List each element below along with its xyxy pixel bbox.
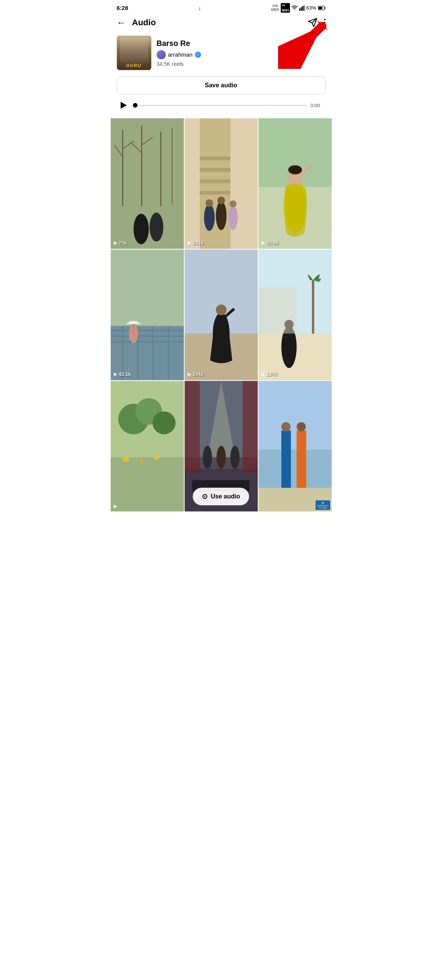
reels-count: 34.5K reels <box>157 61 326 67</box>
svg-point-88 <box>281 422 290 431</box>
dot <box>324 25 326 26</box>
video-thumb-5[interactable]: 334k <box>185 250 258 380</box>
video-thumb-8[interactable]: ⊙ Use audio <box>185 381 258 511</box>
play-icon-small <box>188 372 191 376</box>
svg-point-31 <box>228 205 237 230</box>
svg-rect-50 <box>168 326 169 381</box>
svg-rect-28 <box>200 191 230 194</box>
svg-point-69 <box>152 412 175 434</box>
svg-rect-16 <box>172 128 172 204</box>
dot <box>324 22 326 23</box>
use-audio-label: Use audio <box>211 493 240 500</box>
svg-rect-87 <box>296 431 306 488</box>
download-icon: ↓ <box>198 5 201 11</box>
verified-badge: ✓ <box>195 52 201 58</box>
svg-rect-24 <box>200 118 230 249</box>
video-bg <box>185 250 258 380</box>
artist-avatar <box>157 50 166 59</box>
svg-point-73 <box>154 455 159 460</box>
time-display: 0:00 <box>311 103 324 108</box>
progress-dot[interactable] <box>133 103 138 108</box>
svg-rect-15 <box>160 132 161 206</box>
svg-rect-46 <box>111 341 184 342</box>
wifi-icon <box>291 5 298 11</box>
player-bar: 0:00 <box>117 100 326 114</box>
status-right: 315 KB/S VoWiFi 63% <box>271 3 325 13</box>
svg-rect-26 <box>200 168 230 172</box>
play-icon-small <box>262 241 265 245</box>
artist-row: arrahman ✓ <box>157 50 326 59</box>
svg-point-34 <box>229 200 236 207</box>
video-visual <box>259 381 332 511</box>
video-thumb-1[interactable]: 75k <box>111 118 184 249</box>
svg-rect-0 <box>299 8 300 11</box>
svg-point-22 <box>149 212 163 242</box>
svg-rect-84 <box>259 381 332 450</box>
svg-rect-45 <box>111 335 184 336</box>
svg-rect-5 <box>324 7 325 9</box>
back-button[interactable]: ← <box>117 17 126 28</box>
video-thumb-6[interactable]: 137k <box>259 250 332 380</box>
svg-point-80 <box>216 446 226 469</box>
audio-info: GURU Barso Re arrahman ✓ 34.5K reels <box>117 36 326 70</box>
video-thumb-4[interactable]: 43.1k <box>111 250 184 380</box>
play-icon-small <box>114 505 117 508</box>
header: ← Audio <box>111 14 332 33</box>
svg-rect-2 <box>302 6 303 11</box>
svg-rect-13 <box>122 130 123 206</box>
svg-rect-86 <box>281 431 291 488</box>
play-icon <box>121 102 127 109</box>
svg-rect-3 <box>304 5 304 11</box>
video-visual <box>259 118 332 249</box>
song-title: Barso Re <box>157 39 326 48</box>
status-time: 6:28 <box>117 5 128 11</box>
video-thumb-9[interactable]: G GADGETSTO USE <box>259 381 332 511</box>
svg-rect-70 <box>111 457 184 512</box>
video-thumb-3[interactable]: 10.8k <box>259 118 332 249</box>
svg-rect-6 <box>318 7 322 9</box>
svg-rect-65 <box>259 288 296 334</box>
svg-rect-77 <box>185 381 200 472</box>
svg-point-33 <box>217 196 225 204</box>
data-speed: 315 KB/S <box>271 4 279 12</box>
svg-point-29 <box>204 204 214 231</box>
video-count: 334k <box>188 371 204 377</box>
video-visual <box>111 250 184 380</box>
video-visual <box>185 118 258 249</box>
svg-point-39 <box>288 165 302 175</box>
play-icon-small <box>114 372 117 376</box>
svg-point-71 <box>123 456 129 462</box>
play-icon-small <box>188 241 191 245</box>
video-count: 141k <box>188 240 204 246</box>
play-icon-small <box>262 372 265 376</box>
header-left: ← Audio <box>117 17 156 28</box>
camera-icon: ⊙ <box>202 492 208 501</box>
album-art-inner: GURU <box>117 36 151 70</box>
svg-point-57 <box>216 305 226 315</box>
video-bg <box>185 118 258 249</box>
save-audio-button[interactable]: Save audio <box>117 76 326 95</box>
play-button[interactable] <box>118 100 129 111</box>
video-thumb-2[interactable]: 141k <box>185 118 258 249</box>
svg-point-89 <box>296 422 306 431</box>
video-count: 137k <box>262 371 278 377</box>
artist-name: arrahman <box>168 51 193 58</box>
svg-rect-49 <box>152 326 154 381</box>
use-audio-button[interactable]: ⊙ Use audio <box>193 488 249 505</box>
send-button[interactable] <box>307 17 318 28</box>
svg-rect-1 <box>301 7 302 11</box>
video-thumb-7[interactable] <box>111 381 184 511</box>
status-bar: 6:28 ↓ 315 KB/S VoWiFi 63% <box>111 0 332 14</box>
video-count: 75k <box>114 240 127 246</box>
svg-rect-25 <box>200 157 230 160</box>
svg-point-81 <box>230 446 239 469</box>
more-options-button[interactable] <box>324 19 326 26</box>
svg-rect-78 <box>242 381 258 472</box>
progress-bar[interactable] <box>133 105 307 106</box>
video-bg <box>259 250 332 380</box>
video-bg <box>259 381 332 511</box>
svg-point-30 <box>216 201 226 230</box>
video-visual <box>259 250 332 380</box>
battery-icon <box>318 6 326 10</box>
video-visual <box>111 118 184 249</box>
